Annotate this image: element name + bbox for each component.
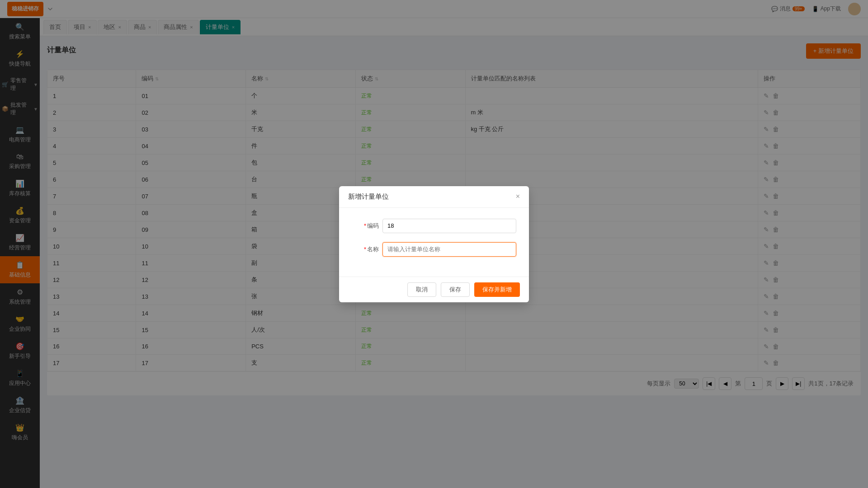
modal-body: *编码 *名称 bbox=[339, 208, 529, 277]
cancel-button[interactable]: 取消 bbox=[407, 282, 436, 297]
modal-close-button[interactable]: × bbox=[516, 192, 520, 201]
form-row-code: *编码 bbox=[352, 219, 516, 233]
modal-footer: 取消 保存 保存并新增 bbox=[339, 277, 529, 302]
modal-title: 新增计量单位 bbox=[348, 192, 389, 201]
modal-overlay[interactable]: 新增计量单位 × *编码 *名称 取消 保存 保存并新增 bbox=[0, 0, 868, 488]
add-unit-modal: 新增计量单位 × *编码 *名称 取消 保存 保存并新增 bbox=[339, 186, 529, 302]
name-label: *名称 bbox=[352, 245, 379, 253]
code-label: *编码 bbox=[352, 222, 379, 230]
modal-header: 新增计量单位 × bbox=[339, 186, 529, 208]
save-button[interactable]: 保存 bbox=[441, 282, 470, 297]
code-input[interactable] bbox=[382, 219, 516, 233]
form-row-name: *名称 bbox=[352, 242, 516, 257]
name-input[interactable] bbox=[382, 242, 516, 257]
save-and-new-button[interactable]: 保存并新增 bbox=[474, 282, 520, 297]
